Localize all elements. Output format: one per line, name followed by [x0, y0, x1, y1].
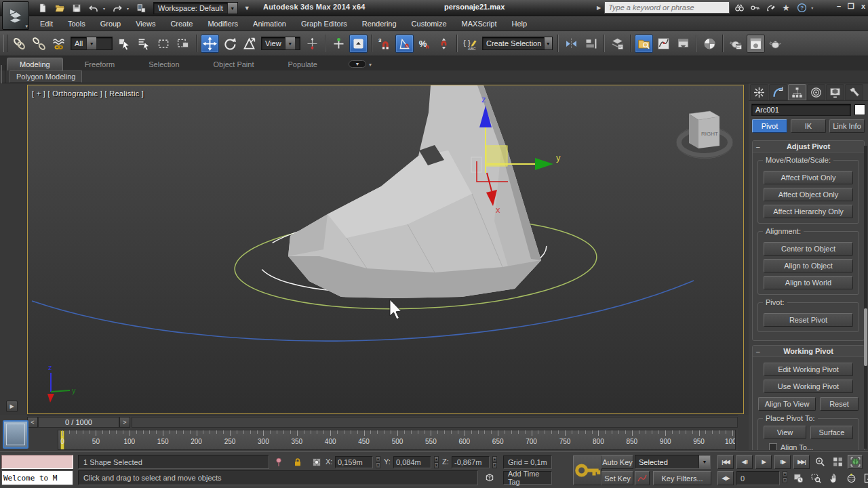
rendered-frame-window-button[interactable]: [747, 35, 765, 53]
object-name-field[interactable]: Arc001: [751, 104, 851, 116]
x-coord-field[interactable]: 0,159m: [335, 456, 373, 468]
communication-center-icon[interactable]: [764, 1, 776, 14]
next-frame-nudge-button[interactable]: >: [119, 417, 130, 428]
help-dropdown-arrow[interactable]: ▾: [811, 5, 816, 10]
minimize-button[interactable]: –: [837, 2, 841, 11]
reference-coordinate-dropdown[interactable]: View▼: [261, 37, 300, 50]
ribbon-tab-selection[interactable]: Selection: [136, 58, 191, 70]
display-tab-button[interactable]: [826, 84, 844, 100]
viewport-layout-expand-button[interactable]: ▶: [6, 401, 18, 412]
reset-pivot-button[interactable]: Reset Pivot: [764, 313, 853, 327]
render-production-button[interactable]: [766, 35, 785, 53]
edit-working-pivot-button[interactable]: Edit Working Pivot: [764, 363, 853, 376]
z-coord-field[interactable]: -0,867m: [452, 456, 490, 468]
viewport-label[interactable]: [ + ] [ Orthographic ] [ Realistic ]: [32, 89, 144, 98]
scrollbar-thumb[interactable]: [864, 308, 867, 366]
maxscript-mini-listener-white[interactable]: Welcome to M: [1, 470, 73, 485]
zoom-extents-all-button[interactable]: [865, 455, 868, 469]
ribbon-tab-populate[interactable]: Populate: [275, 58, 329, 70]
menu-tools[interactable]: Tools: [60, 18, 93, 30]
absolute-mode-icon[interactable]: [311, 456, 323, 468]
align-to-world-button[interactable]: Align to World: [764, 276, 853, 289]
next-frame-button[interactable]: ‖▶: [774, 455, 791, 469]
menu-graph-editors[interactable]: Graph Editors: [294, 18, 355, 30]
key-mode-toggle[interactable]: ◀▶: [717, 471, 734, 485]
graphite-modeling-tools-toggle[interactable]: [635, 35, 653, 53]
redo-dropdown-arrow[interactable]: ▾: [127, 6, 132, 11]
menu-edit[interactable]: Edit: [33, 18, 60, 30]
affect-object-only-button[interactable]: Affect Object Only: [764, 188, 853, 201]
polygon-modeling-panel-tab[interactable]: Polygon Modeling: [9, 70, 82, 83]
place-pivot-surface-button[interactable]: Surface: [810, 426, 853, 439]
select-and-link-button[interactable]: [10, 35, 28, 53]
undo-button[interactable]: [86, 1, 101, 15]
z-coord-spinner[interactable]: ▲▼: [491, 456, 498, 468]
maximize-viewport-toggle[interactable]: [861, 471, 868, 485]
layer-manager-button[interactable]: [608, 35, 627, 53]
menu-animation[interactable]: Animation: [245, 18, 294, 30]
selection-filter-dropdown[interactable]: All▼: [71, 37, 113, 50]
current-frame-field[interactable]: 0: [736, 471, 780, 485]
restore-button[interactable]: ❐: [848, 2, 854, 11]
create-tab-button[interactable]: [750, 84, 768, 100]
save-file-button[interactable]: [69, 1, 84, 15]
open-file-button[interactable]: [52, 1, 67, 15]
menu-help[interactable]: Help: [505, 18, 535, 30]
pivot-tab[interactable]: Pivot: [752, 119, 787, 133]
set-key-button[interactable]: Set Key: [601, 471, 633, 485]
align-to-object-button[interactable]: Align to Object: [764, 259, 853, 272]
dropdown-arrow-icon[interactable]: ▼: [544, 37, 552, 49]
center-to-object-button[interactable]: Center to Object: [764, 242, 853, 256]
foot-model[interactable]: [288, 85, 541, 298]
schematic-view-button[interactable]: [674, 35, 692, 53]
previous-frame-nudge-button[interactable]: <: [27, 417, 38, 428]
place-pivot-view-button[interactable]: View: [764, 426, 806, 439]
align-to-view-button[interactable]: Align To View: [758, 397, 816, 411]
align-to-checkbox[interactable]: [769, 443, 777, 450]
workspace-dropdown[interactable]: Workspace: Default ▼: [153, 2, 238, 14]
object-color-swatch[interactable]: [854, 104, 865, 115]
add-time-tag-field[interactable]: Add Time Tag: [503, 471, 552, 485]
select-and-scale-button[interactable]: [240, 35, 258, 53]
auto-key-button[interactable]: Auto Key: [601, 455, 633, 469]
rectangular-selection-region-button[interactable]: [155, 35, 173, 53]
select-and-move-button[interactable]: [201, 35, 219, 53]
use-pivot-point-center-button[interactable]: [303, 35, 321, 53]
new-scene-button[interactable]: [35, 1, 50, 15]
percent-snap-toggle[interactable]: %: [415, 35, 433, 53]
viewcube-face-label[interactable]: RIGHT: [701, 131, 718, 137]
pan-button[interactable]: [826, 471, 841, 485]
close-button[interactable]: x: [861, 2, 865, 11]
working-pivot-rollout-header[interactable]: – Working Pivot: [753, 346, 864, 357]
set-keys-button[interactable]: [573, 455, 601, 485]
viewport-layout-tab-button[interactable]: [3, 420, 28, 449]
application-menu-button[interactable]: [2, 1, 29, 30]
zoom-all-button[interactable]: [830, 455, 845, 469]
go-to-start-button[interactable]: |◀◀: [717, 455, 734, 469]
time-slider-value[interactable]: 0 / 1000: [38, 417, 119, 428]
angle-snap-toggle[interactable]: [395, 35, 414, 53]
align-button[interactable]: [582, 35, 600, 53]
keyboard-shortcut-override-toggle[interactable]: [349, 35, 368, 53]
motion-tab-button[interactable]: [807, 84, 825, 100]
menu-maxscript[interactable]: MAXScript: [454, 18, 505, 30]
link-info-tab[interactable]: Link Info: [829, 119, 865, 133]
undo-dropdown-arrow[interactable]: ▾: [103, 6, 108, 11]
ribbon-minimize-button[interactable]: ▼: [349, 60, 366, 68]
select-and-manipulate-button[interactable]: [330, 35, 348, 53]
selection-set-keys-dropdown[interactable]: Selected▼: [635, 455, 711, 469]
select-by-name-button[interactable]: [135, 35, 153, 53]
utilities-tab-button[interactable]: [845, 84, 863, 100]
ribbon-minimize-dropdown-arrow[interactable]: ▾: [369, 62, 372, 68]
reset-working-pivot-button[interactable]: Reset: [820, 397, 859, 411]
menu-group[interactable]: Group: [93, 18, 129, 30]
track-bar-ruler[interactable]: 0501001502002503003504004505005506006507…: [58, 430, 736, 450]
selection-lock-icon[interactable]: [292, 456, 304, 468]
viewcube[interactable]: RIGHT: [676, 111, 733, 158]
window-crossing-toggle[interactable]: [174, 35, 193, 53]
edit-named-selection-sets-button[interactable]: { }ABC: [461, 35, 479, 53]
spinner-snap-toggle[interactable]: [435, 35, 453, 53]
zoom-extents-selected-button[interactable]: [848, 455, 863, 469]
project-folder-button[interactable]: [134, 1, 149, 15]
workspace-dropdown-arrow[interactable]: ▼: [227, 3, 237, 14]
